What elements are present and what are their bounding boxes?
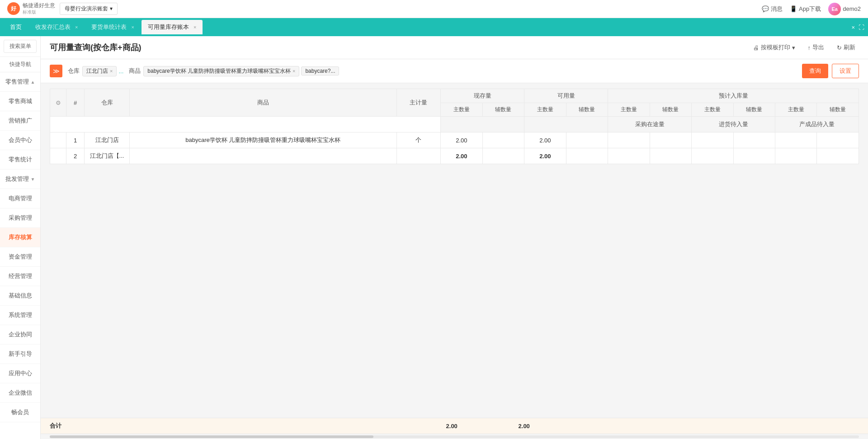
query-button[interactable]: 查询 [802,64,828,78]
retail-management-label: 零售管理 [5,78,29,86]
sidebar-item-purchase[interactable]: 采购管理 [0,208,40,228]
system-label: 系统管理 [9,312,32,318]
table-row: 1 江北门店 babycare学饮杯 儿童防摔防撞吸管杯重力球吸嘴杯宝宝水杯 个… [50,132,859,148]
settings-col-header[interactable]: ⚙ [50,89,66,117]
row2-avail-aux [566,148,608,164]
filter-action-buttons: 查询 设置 [802,64,859,78]
app-download-button[interactable]: 📱 App下载 [790,5,821,13]
sidebar-item-collaboration[interactable]: 企业协同 [0,325,40,345]
warehouse-tag-text: 江北门店 [86,67,108,75]
orders-tab-close[interactable]: × [131,24,134,30]
chevron-right-icon: ≫ [53,67,60,75]
row1-index: 1 [66,132,85,148]
horizontal-scrollbar-track[interactable] [50,435,859,438]
quick-nav-button[interactable]: 快捷导航 [0,57,40,72]
scrollbar-area [41,434,868,439]
sidebar-item-tutorial[interactable]: 新手引导 [0,345,40,364]
ecommerce-label: 电商管理 [9,195,32,202]
tab-orders[interactable]: 要货单统计表 × [85,20,140,34]
sidebar-item-operations[interactable]: 经营管理 [0,267,40,286]
warehouse-filter-group: 仓库 江北门店 × ... [68,66,123,76]
print-button[interactable]: 🖨 按模板打印 ▾ [750,42,799,53]
row2-prod-aux [817,148,859,164]
expand-arrow-icon: ▲ [31,80,35,85]
product-col-header: 商品 [130,89,397,117]
row2-product [130,148,397,164]
row1-inbound-aux [733,132,775,148]
tab-home[interactable]: 首页 [4,20,28,34]
nav-close-icon[interactable]: × [851,24,855,31]
row1-purchase-aux [650,132,691,148]
sidebar-item-retail-stats[interactable]: 零售统计 [0,150,40,170]
available-stock-tab-label: 可用量库存账本 [148,23,189,31]
index-col-header: # [66,89,85,117]
logo-text-area: 畅捷通好生意 标准版 [23,2,55,15]
export-label: 导出 [812,43,824,52]
horizontal-scrollbar-thumb[interactable] [50,435,373,438]
retail-mall-label: 零售商城 [9,98,32,104]
sidebar-item-retail-management[interactable]: 零售管理 ▲ [0,72,40,92]
filter-area: ≫ 仓库 江北门店 × ... 商品 babycare学饮杯 儿童防摔防撞吸管杯… [41,59,868,83]
sidebar-item-finance[interactable]: 资金管理 [0,247,40,267]
sidebar-item-inventory[interactable]: 库存核算 [0,228,40,247]
membership-label: 会员中心 [9,137,32,143]
production-sub-header: 产成品待入量 [775,117,859,132]
product-more-text: babycare?... [305,68,335,74]
receipts-tab-close[interactable]: × [75,24,78,30]
sidebar-item-ecommerce[interactable]: 电商管理 [0,189,40,208]
sidebar-item-system[interactable]: 系统管理 [0,306,40,325]
warehouse-tag-jiangbei[interactable]: 江北门店 × [82,66,117,76]
production-main-header: 主数量 [775,103,816,117]
available-stock-tab-close[interactable]: × [193,24,196,30]
settings-button[interactable]: 设置 [832,64,859,78]
product-tag-text: babycare学饮杯 儿童防摔防撞吸管杯重力球吸嘴杯宝宝水杯 [147,67,291,75]
sidebar-item-basic-info[interactable]: 基础信息 [0,286,40,306]
row2-stock-aux [482,148,524,164]
marketing-label: 营销推广 [9,117,32,124]
expand-filter-button[interactable]: ≫ [50,65,62,77]
user-area[interactable]: Ea demo2 [828,3,861,15]
refresh-button[interactable]: ↻ 刷新 [833,42,859,53]
product-tag-babycare[interactable]: babycare学饮杯 儿童防摔防撞吸管杯重力球吸嘴杯宝宝水杯 × [143,66,299,76]
table-header-row-1: ⚙ # 仓库 商品 主计量 现存量 可用量 预计入库量 [50,89,859,103]
nav-expand-icon[interactable]: ⛶ [859,24,864,31]
collaboration-label: 企业协同 [9,331,32,338]
industry-selector[interactable]: 母婴行业演示账套 ▾ [60,3,118,15]
product-tag-close-icon[interactable]: × [292,68,295,74]
tab-receipts[interactable]: 收发存汇总表 × [29,20,84,34]
sidebar-item-member-vip[interactable]: 畅会员 [0,403,40,422]
sidebar-item-marketing[interactable]: 营销推广 [0,111,40,131]
product-filter-group: 商品 babycare学饮杯 儿童防摔防撞吸管杯重力球吸嘴杯宝宝水杯 × bab… [129,66,339,76]
warehouse-more-button[interactable]: ... [118,68,123,75]
receipts-tab-label: 收发存汇总表 [35,23,71,31]
refresh-icon: ↻ [837,44,842,51]
message-icon: 💬 [762,5,769,12]
row1-purchase-main [608,132,650,148]
gear-icon[interactable]: ⚙ [56,99,61,106]
refresh-label: 刷新 [844,43,855,52]
empty-header-spacer [50,117,441,132]
sidebar-item-retail-mall[interactable]: 零售商城 [0,92,40,111]
footer-spacer-product [117,423,434,430]
app-name: 畅捷通好生意 [23,2,55,9]
logo-area: 好 畅捷通好生意 标准版 [7,2,55,15]
stock-aux-qty-header: 辅数量 [482,103,524,117]
warehouse-tag-close-icon[interactable]: × [110,68,113,74]
product-tag-more[interactable]: babycare?... [301,66,339,76]
sidebar-item-enterprise-wechat[interactable]: 企业微信 [0,383,40,403]
row2-inbound-aux [733,148,775,164]
tab-available-stock[interactable]: 可用量库存账本 × [142,20,203,34]
sidebar-item-wholesale[interactable]: 批发管理 ▼ [0,170,40,189]
app-download-label: App下载 [799,5,821,13]
message-button[interactable]: 💬 消息 [762,5,783,13]
sidebar-item-membership[interactable]: 会员中心 [0,131,40,150]
operations-label: 经营管理 [9,273,32,279]
search-menu-button[interactable]: 搜索菜单 [4,40,37,53]
row2-inbound-main [692,148,733,164]
sidebar-item-app-center[interactable]: 应用中心 [0,364,40,383]
inventory-label: 库存核算 [9,234,32,241]
sidebar: 搜索菜单 快捷导航 零售管理 ▲ 零售商城 营销推广 会员中心 零售统计 批发管… [0,36,41,439]
export-button[interactable]: ↑ 导出 [804,42,828,53]
table-wrapper: ⚙ # 仓库 商品 主计量 现存量 可用量 预计入库量 主数量 辅数量 主数量 [41,83,868,418]
avail-aux-qty-header: 辅数量 [566,103,608,117]
